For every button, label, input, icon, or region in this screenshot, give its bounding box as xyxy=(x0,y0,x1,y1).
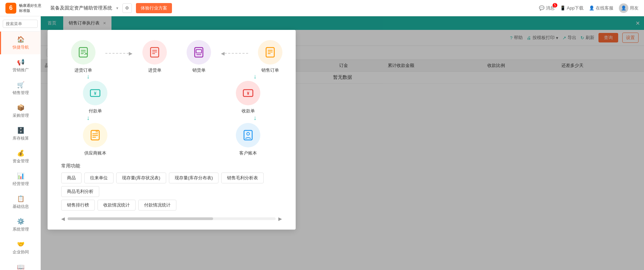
node-payment-bill[interactable]: ¥ 付款单 xyxy=(73,81,117,114)
popup-overlay[interactable]: 进货订单 ▶ 进货单 xyxy=(41,16,644,270)
sidebar-item-inventory[interactable]: 🗄️ 库存核算 xyxy=(0,123,40,145)
operations-icon: 📊 xyxy=(17,172,24,180)
svg-text:¥: ¥ xyxy=(94,91,97,96)
sidebar-label-operations: 经营管理 xyxy=(13,181,29,187)
common-functions-title: 常用功能 xyxy=(61,163,282,169)
func-btn-sales-margin[interactable]: 销售毛利分析表 xyxy=(221,173,264,183)
sales-order-icon xyxy=(258,40,282,65)
scroll-thumb xyxy=(68,217,213,220)
node-purchase-order[interactable]: 进货订单 xyxy=(61,40,105,73)
payment-bill-label: 付款单 xyxy=(89,108,102,114)
user-name: 用友 xyxy=(630,5,639,11)
sidebar-label-inventory: 库存核算 xyxy=(13,136,29,141)
online-service-item[interactable]: 👤 在线客服 xyxy=(589,5,613,11)
func-btn-payment-stat[interactable]: 付款情况统计 xyxy=(138,200,176,211)
sidebar-item-marketing[interactable]: 📢 营销推广 xyxy=(0,54,40,77)
func-buttons-row1: 商品 往来单位 现存量(库存状况表) 现存量(库存分布表) 销售毛利分析表 商品… xyxy=(61,173,282,197)
svg-point-25 xyxy=(247,132,249,135)
flow-diagram: 进货订单 ▶ 进货单 xyxy=(61,40,282,156)
marketing-icon: 📢 xyxy=(17,58,24,66)
popup-panel: 进货订单 ▶ 进货单 xyxy=(48,30,296,230)
purchase-order-label: 进货订单 xyxy=(74,67,92,73)
app-download-item[interactable]: 📱 App下载 xyxy=(560,5,584,11)
sales-bill-label: 销货单 xyxy=(192,67,206,73)
enterprise-icon: 🤝 xyxy=(17,240,24,248)
user-area[interactable]: 👤 用友 xyxy=(619,3,639,13)
sidebar-item-newbie[interactable]: 📖 新手引导 xyxy=(0,259,40,270)
svg-text:账: 账 xyxy=(95,130,99,133)
settings-button[interactable]: ⚙ xyxy=(122,3,132,13)
logo-icon: 6 xyxy=(5,3,16,14)
svg-text:¥: ¥ xyxy=(247,91,249,96)
sidebar-label-marketing: 营销推广 xyxy=(13,67,29,73)
supplier-ledger-icon: 账 xyxy=(83,123,107,147)
func-btn-stock-status[interactable]: 现存量(库存状况表) xyxy=(116,173,166,183)
sidebar-label-quick-nav: 快捷导航 xyxy=(13,44,29,50)
sidebar-label-purchase: 采购管理 xyxy=(13,113,29,119)
sidebar-item-finance[interactable]: 💰 资金管理 xyxy=(0,145,40,168)
payment-bill-icon: ¥ xyxy=(83,81,107,105)
scroll-left-btn[interactable]: ◀ xyxy=(61,216,65,221)
func-btn-partners[interactable]: 往来单位 xyxy=(84,173,114,183)
sidebar-item-purchase[interactable]: 📦 采购管理 xyxy=(0,100,40,123)
sales-order-label: 销售订单 xyxy=(261,67,279,73)
sidebar-item-quick-nav[interactable]: 🏠 快捷导航 xyxy=(0,32,40,54)
supplier-ledger-label: 供应商账本 xyxy=(84,150,106,156)
sidebar-item-basic-info[interactable]: 📋 基础信息 xyxy=(0,191,40,214)
sidebar-label-basic-info: 基础信息 xyxy=(13,204,29,210)
service-icon: 👤 xyxy=(589,5,594,11)
system-icon: ⚙️ xyxy=(17,218,24,225)
sidebar-item-sales[interactable]: 🛒 销售管理 xyxy=(0,77,40,100)
svg-rect-9 xyxy=(196,50,202,53)
purchase-bill-label: 进货单 xyxy=(148,67,161,73)
message-icon: 💬 xyxy=(539,5,544,11)
func-buttons-row2: 销售排行榜 收款情况统计 付款情况统计 xyxy=(61,200,282,211)
system-dropdown-icon[interactable]: ▾ xyxy=(116,6,118,11)
node-supplier-ledger[interactable]: 账 供应商账本 xyxy=(73,123,117,156)
scroll-right-btn[interactable]: ▶ xyxy=(278,216,282,221)
func-btn-product[interactable]: 商品 xyxy=(61,173,82,183)
download-icon: 📱 xyxy=(560,5,565,11)
scroll-bar-area: ◀ ▶ xyxy=(61,215,282,223)
node-purchase-bill[interactable]: 进货单 xyxy=(133,40,177,73)
sales-bill-icon xyxy=(187,40,211,65)
sidebar-label-enterprise: 企业协同 xyxy=(13,249,29,255)
system-title: 装备及固定资产辅助管理系统 xyxy=(50,5,112,11)
customer-ledger-icon xyxy=(236,123,260,147)
sidebar-label-finance: 资金管理 xyxy=(13,158,29,164)
receipt-bill-icon: ¥ xyxy=(236,81,260,105)
node-sales-bill[interactable]: 销货单 xyxy=(177,40,221,73)
home-icon: 🏠 xyxy=(17,36,24,43)
trial-button[interactable]: 体验行业方案 xyxy=(136,3,172,13)
func-btn-stock-dist[interactable]: 现存量(库存分布表) xyxy=(169,173,219,183)
receipt-bill-label: 收款单 xyxy=(242,108,255,114)
purchase-bill-icon xyxy=(142,40,167,65)
sidebar-item-operations[interactable]: 📊 经营管理 xyxy=(0,168,40,191)
sidebar-item-enterprise[interactable]: 🤝 企业协同 xyxy=(0,236,40,259)
common-functions: 常用功能 商品 往来单位 现存量(库存状况表) 现存量(库存分布表) 销售毛利分… xyxy=(61,163,282,211)
logo-text: 畅康通好生意 标准版 xyxy=(19,3,41,13)
purchase-icon: 📦 xyxy=(17,104,24,111)
sidebar-item-system[interactable]: ⚙️ 系统管理 xyxy=(0,214,40,236)
header-right: 💬 消息 5 📱 App下载 👤 在线客服 👤 用友 xyxy=(539,3,639,13)
purchase-order-icon xyxy=(71,40,95,65)
node-sales-order[interactable]: 销售订单 xyxy=(248,40,292,73)
finance-icon: 💰 xyxy=(17,149,24,157)
inventory-icon: 🗄️ xyxy=(17,127,24,134)
node-customer-ledger[interactable]: 客户账本 xyxy=(226,123,270,156)
func-btn-receipt-stat[interactable]: 收款情况统计 xyxy=(98,200,136,211)
scroll-track[interactable] xyxy=(68,217,276,220)
search-area[interactable] xyxy=(0,16,40,32)
search-input[interactable] xyxy=(3,20,38,28)
sales-icon: 🛒 xyxy=(17,81,24,89)
message-icon-item[interactable]: 💬 消息 5 xyxy=(539,5,555,11)
func-btn-product-margin[interactable]: 商品毛利分析 xyxy=(61,186,99,197)
logo-area: 6 畅康通好生意 标准版 xyxy=(5,3,46,14)
customer-ledger-label: 客户账本 xyxy=(239,150,257,156)
sidebar-label-sales: 销售管理 xyxy=(13,90,29,96)
user-avatar: 👤 xyxy=(619,3,628,13)
node-receipt-bill[interactable]: ¥ 收款单 xyxy=(226,81,270,114)
func-btn-sales-rank[interactable]: 销售排行榜 xyxy=(61,200,95,211)
message-badge: 5 xyxy=(553,3,557,7)
sidebar: 🏠 快捷导航 📢 营销推广 🛒 销售管理 📦 采购管理 🗄️ 库存核算 💰 xyxy=(0,16,41,270)
